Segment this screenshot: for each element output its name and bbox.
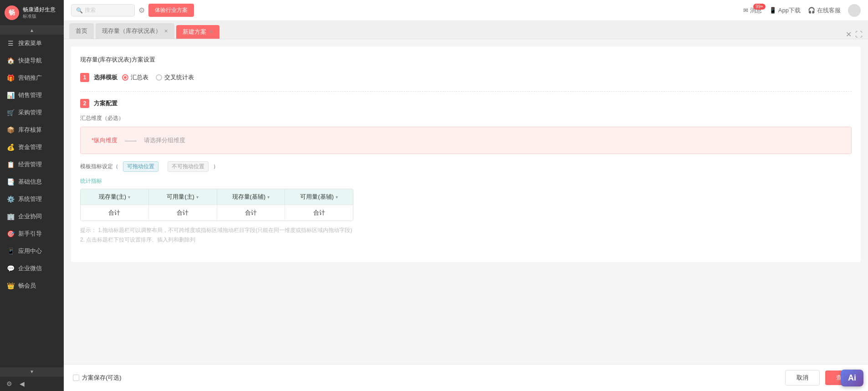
tab-inventory-status[interactable]: 现存量（库存状况表） ✕: [96, 23, 174, 39]
sidebar-item-newbie[interactable]: 🎯 新手引导: [0, 225, 64, 242]
sidebar-item-business[interactable]: 📋 经营管理: [0, 156, 64, 173]
settings-icon[interactable]: ⚙: [6, 380, 12, 387]
sidebar-item-basic-info[interactable]: 📑 基础信息: [0, 173, 64, 190]
main: 🔍 搜索 ⚙ 体验行业方案 ✉ 消息 99+ 📱 App下载 🎧 在线客服: [64, 0, 868, 391]
radio-cross[interactable]: 交叉统计表: [156, 73, 194, 82]
topbar-service[interactable]: 🎧 在线客服: [808, 6, 841, 15]
topbar-messages[interactable]: ✉ 消息 99+: [743, 6, 762, 15]
topbar-app-download[interactable]: 📱 App下载: [769, 6, 801, 15]
sidebar-item-app-center[interactable]: 📱 应用中心: [0, 242, 64, 260]
chevron-down-icon-2: ▾: [267, 195, 270, 200]
step1-num: 1: [80, 73, 89, 82]
sidebar-scroll-up[interactable]: ▲: [0, 26, 64, 35]
save-label: 方案保存(可选): [82, 374, 122, 382]
sidebar-item-wechat[interactable]: 💬 企业微信: [0, 260, 64, 277]
chevron-down-icon-0: ▾: [128, 195, 130, 200]
enterprise-icon: 🏢: [6, 212, 15, 221]
chevron-down-icon-1: ▾: [196, 195, 199, 200]
search-icon: 🔍: [76, 7, 83, 14]
sidebar-item-finance[interactable]: 💰 资金管理: [0, 139, 64, 156]
save-option[interactable]: 方案保存(可选): [73, 374, 780, 382]
system-icon: ⚙️: [6, 195, 15, 203]
sidebar-item-enterprise[interactable]: 🏢 企业协同: [0, 208, 64, 225]
template-settings-row: 模板指标设定（ 可拖动位置 不可拖动位置 ）: [80, 161, 852, 172]
topbar-gear-icon[interactable]: ⚙: [138, 6, 145, 15]
tip-2: 2. 点击标题栏下拉可设置排序、插入列和删除列: [80, 236, 852, 244]
col-header-0[interactable]: 现存量(主) ▾: [81, 189, 149, 205]
topbar-left: 🔍 搜索 ⚙ 体验行业方案: [71, 4, 739, 17]
sidebar-item-label: 搜索菜单: [18, 39, 42, 47]
tab-inventory-close[interactable]: ✕: [164, 28, 168, 34]
sidebar-item-label: 销售管理: [18, 91, 42, 99]
dimension-required: *纵向维度: [92, 136, 117, 144]
sidebar-item-quick-nav[interactable]: 🏠 快捷导航: [0, 52, 64, 69]
sidebar-item-system[interactable]: ⚙️ 系统管理: [0, 190, 64, 208]
non-draggable-tag: 不可拖动位置: [168, 161, 209, 172]
app-center-icon: 📱: [6, 247, 15, 255]
sidebar-item-label: 新手引导: [18, 230, 42, 238]
radio-summary-label: 汇总表: [131, 73, 148, 82]
trial-btn[interactable]: 体验行业方案: [148, 4, 194, 17]
step1-section: 1 选择模板 汇总表 交叉统计表: [80, 73, 852, 82]
panel-close-icon[interactable]: ✕: [846, 30, 852, 39]
template-radio-group: 汇总表 交叉统计表: [122, 73, 194, 82]
sidebar-scroll-down[interactable]: ▼: [0, 367, 64, 376]
sidebar-item-label: 应用中心: [18, 247, 42, 255]
template-settings-suffix: ）: [213, 163, 219, 170]
cancel-button[interactable]: 取消: [785, 370, 820, 386]
sidebar-item-label: 畅会员: [18, 282, 36, 290]
col-header-3[interactable]: 可用量(基辅) ▾: [285, 189, 353, 205]
step1-header: 1 选择模板 汇总表 交叉统计表: [80, 73, 852, 82]
sidebar-item-sales[interactable]: 📊 销售管理: [0, 87, 64, 104]
sidebar-item-label: 库存核算: [18, 126, 42, 134]
cell-0: 合计: [81, 205, 149, 221]
stats-table-row: 合计 合计 合计 合计: [81, 205, 353, 221]
topbar-search-box[interactable]: 🔍 搜索: [71, 4, 135, 16]
purchase-icon: 🛒: [6, 108, 15, 117]
cell-3: 合计: [285, 205, 353, 221]
content-area: 现存量(库存状况表)方案设置 1 选择模板 汇总表 交叉统计表: [64, 39, 868, 364]
template-settings-label: 模板指标设定（: [80, 163, 118, 170]
sidebar-item-label: 经营管理: [18, 160, 42, 169]
sidebar-item-label: 快捷导航: [18, 57, 42, 65]
tip-1: 提示： 1.拖动标题栏可以调整布局，不可跨维度或指标区域拖动栏目字段(只能在同一…: [80, 226, 852, 234]
sidebar-item-label: 企业微信: [18, 264, 42, 273]
tab-new-scheme[interactable]: 新建方案 ✕: [176, 25, 220, 39]
radio-summary[interactable]: 汇总表: [122, 73, 148, 82]
sidebar-item-label: 采购管理: [18, 108, 42, 117]
topbar: 🔍 搜索 ⚙ 体验行业方案 ✉ 消息 99+ 📱 App下载 🎧 在线客服: [64, 0, 868, 21]
dimension-placeholder: 请选择分组维度: [144, 136, 185, 144]
avatar[interactable]: [848, 4, 861, 17]
section-divider-1: [80, 91, 852, 92]
sidebar-item-purchase[interactable]: 🛒 采购管理: [0, 104, 64, 121]
tabs-bar: 首页 现存量（库存状况表） ✕ 新建方案 ✕ ✕ ⛶: [64, 21, 868, 39]
sidebar-item-inventory[interactable]: 📦 库存核算: [0, 121, 64, 139]
dimension-dash: ——: [125, 137, 137, 144]
tab-home[interactable]: 首页: [69, 23, 94, 39]
sound-icon[interactable]: ◀: [20, 380, 25, 387]
inventory-icon: 📦: [6, 126, 15, 134]
sidebar-item-search-menu[interactable]: ☰ 搜索菜单: [0, 35, 64, 52]
panel-expand-icon[interactable]: ⛶: [855, 31, 863, 39]
col-header-2[interactable]: 现存量(基辅) ▾: [217, 189, 286, 205]
tab-home-label: 首页: [76, 27, 87, 35]
stats-table: 现存量(主) ▾ 可用量(主) ▾ 现存量(基辅) ▾ 可用量(基辅): [80, 189, 353, 221]
new-tab-close[interactable]: ✕: [209, 29, 213, 35]
tips-section: 提示： 1.拖动标题栏可以调整布局，不可跨维度或指标区域拖动栏目字段(只能在同一…: [80, 226, 852, 244]
ai-badge[interactable]: Ai: [841, 370, 863, 386]
sidebar-item-marketing[interactable]: 🎁 营销推广: [0, 69, 64, 87]
newbie-icon: 🎯: [6, 230, 15, 238]
col-header-1[interactable]: 可用量(主) ▾: [149, 189, 217, 205]
sidebar-item-label: 营销推广: [18, 74, 42, 82]
member-icon: 👑: [6, 282, 15, 290]
sidebar-logo: 畅 畅康通好生意 标准版: [0, 0, 64, 26]
radio-summary-circle: [122, 74, 128, 81]
sidebar-item-member[interactable]: 👑 畅会员: [0, 277, 64, 294]
ai-label: Ai: [848, 373, 856, 382]
search-placeholder: 搜索: [85, 6, 96, 14]
step2-header: 2 方案配置: [80, 99, 852, 108]
quick-nav-icon: 🏠: [6, 57, 15, 65]
dimension-box: *纵向维度 —— 请选择分组维度: [80, 127, 852, 154]
step2-section: 2 方案配置 汇总维度（必选） *纵向维度 —— 请选择分组维度 模板指标设定（…: [80, 99, 852, 244]
save-checkbox[interactable]: [73, 375, 79, 381]
